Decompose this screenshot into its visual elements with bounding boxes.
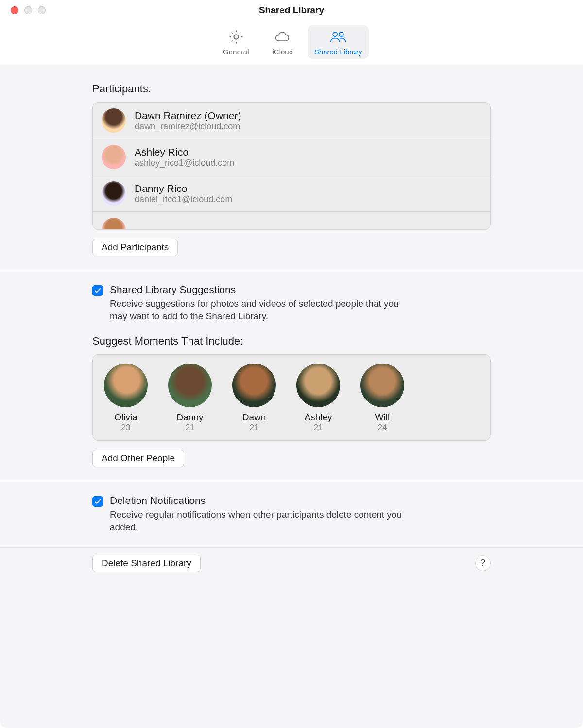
person-item[interactable]: Dawn 21	[230, 364, 278, 433]
divider	[0, 481, 583, 481]
person-photo	[104, 364, 148, 407]
participant-email: daniel_rico1@icloud.com	[135, 194, 232, 205]
suggestions-title: Shared Library Suggestions	[110, 284, 411, 295]
person-photo	[232, 364, 276, 407]
participant-email: dawn_ramirez@icloud.com	[135, 121, 241, 132]
deletion-title: Deletion Notifications	[110, 495, 411, 506]
suggestions-checkbox[interactable]	[92, 285, 103, 296]
person-name: Olivia	[114, 412, 137, 423]
avatar	[102, 145, 126, 169]
svg-point-2	[339, 32, 343, 36]
deletion-description: Receive regular notifications when other…	[110, 508, 411, 533]
person-item[interactable]: Ashley 21	[294, 364, 343, 433]
deletion-checkbox[interactable]	[92, 496, 103, 507]
help-button[interactable]: ?	[475, 555, 491, 571]
person-count: 21	[250, 423, 259, 433]
add-participants-button[interactable]: Add Participants	[92, 239, 178, 256]
close-button[interactable]	[11, 6, 18, 14]
participant-row[interactable]	[93, 212, 490, 230]
person-photo	[296, 364, 340, 407]
person-count: 21	[186, 423, 195, 433]
titlebar: Shared Library	[0, 0, 583, 20]
svg-point-1	[333, 32, 337, 36]
add-other-people-button[interactable]: Add Other People	[92, 450, 184, 467]
suggestions-row: Shared Library Suggestions Receive sugge…	[92, 284, 491, 322]
avatar	[102, 108, 126, 133]
svg-point-0	[234, 35, 238, 39]
person-count: 24	[378, 423, 387, 433]
person-photo	[168, 364, 212, 407]
participant-name: Danny Rico	[135, 182, 232, 194]
participant-row[interactable]: Ashley Rico ashley_rico1@icloud.com	[93, 139, 490, 175]
people-icon	[329, 29, 347, 45]
check-icon	[94, 287, 102, 295]
participant-row[interactable]: Dawn Ramirez (Owner) dawn_ramirez@icloud…	[93, 103, 490, 139]
participant-name: Dawn Ramirez (Owner)	[135, 109, 241, 121]
content-area: Participants: Dawn Ramirez (Owner) dawn_…	[0, 64, 583, 728]
tab-icloud-label: iCloud	[273, 48, 293, 56]
check-icon	[94, 498, 102, 505]
footer-row: Delete Shared Library ?	[92, 555, 491, 572]
tab-shared-library[interactable]: Shared Library	[308, 25, 369, 59]
maximize-button[interactable]	[38, 6, 46, 14]
cloud-icon	[274, 29, 292, 45]
tab-general[interactable]: General	[214, 25, 258, 59]
gear-icon	[227, 29, 245, 45]
participant-name: Ashley Rico	[135, 146, 234, 158]
people-list: Olivia 23 Danny 21 Dawn 21	[92, 354, 491, 441]
person-count: 21	[314, 423, 323, 433]
person-name: Danny	[177, 412, 204, 423]
deletion-row: Deletion Notifications Receive regular n…	[92, 495, 491, 533]
participant-row[interactable]: Danny Rico daniel_rico1@icloud.com	[93, 175, 490, 212]
person-photo	[360, 364, 404, 407]
divider	[0, 547, 583, 548]
participant-email: ashley_rico1@icloud.com	[135, 158, 234, 169]
participants-label: Participants:	[92, 83, 491, 95]
toolbar-tabs: General iCloud Shared Library	[0, 20, 583, 64]
avatar	[102, 218, 126, 230]
person-name: Will	[375, 412, 390, 423]
settings-window: Shared Library General iCloud	[0, 0, 583, 728]
window-title: Shared Library	[0, 5, 583, 16]
participants-list[interactable]: Dawn Ramirez (Owner) dawn_ramirez@icloud…	[92, 102, 491, 230]
suggestions-description: Receive suggestions for photos and video…	[110, 297, 411, 322]
person-count: 23	[121, 423, 131, 433]
window-controls	[0, 6, 46, 14]
tab-general-label: General	[223, 48, 249, 56]
avatar	[102, 181, 126, 206]
person-item[interactable]: Will 24	[358, 364, 407, 433]
tab-shared-label: Shared Library	[314, 48, 362, 56]
delete-shared-library-button[interactable]: Delete Shared Library	[92, 555, 201, 572]
person-name: Ashley	[304, 412, 332, 423]
divider	[0, 270, 583, 270]
person-item[interactable]: Danny 21	[166, 364, 214, 433]
moments-label: Suggest Moments That Include:	[92, 335, 491, 347]
person-name: Dawn	[242, 412, 266, 423]
minimize-button[interactable]	[24, 6, 32, 14]
person-item[interactable]: Olivia 23	[102, 364, 150, 433]
tab-icloud[interactable]: iCloud	[261, 25, 305, 59]
